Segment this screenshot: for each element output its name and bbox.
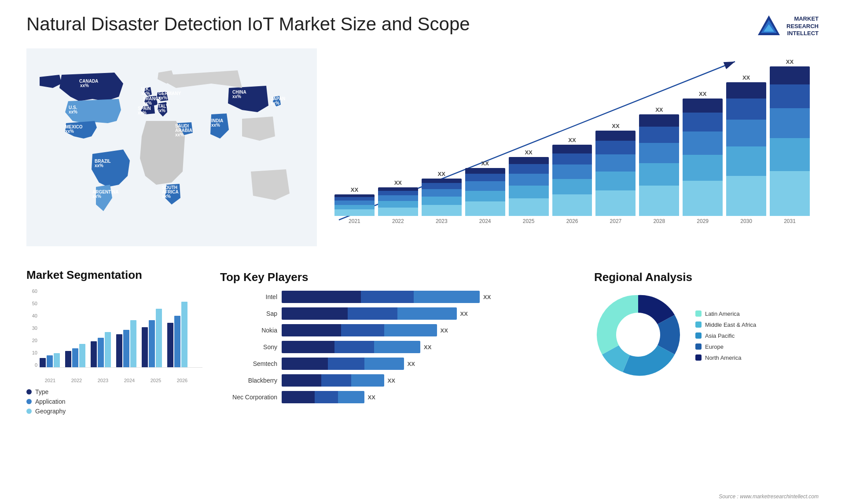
key-players-section: Top Key Players IntelXXSapXXNokiaXXSonyX…: [211, 268, 581, 417]
seg-group-2026: [167, 302, 187, 367]
logo-icon: [756, 13, 782, 40]
main-bar-group-2021: XX2021: [334, 186, 375, 224]
svg-text:xx%: xx%: [211, 123, 220, 128]
key-players-title: Top Key Players: [220, 270, 572, 284]
segmentation-section: Market Segmentation 0 10 20 30 40 50 60: [26, 268, 202, 417]
svg-text:xx%: xx%: [232, 94, 241, 99]
player-row: IntelXX: [220, 291, 572, 303]
regional-title: Regional Analysis: [594, 270, 814, 284]
page-container: Natural Disaster Detection IoT Market Si…: [0, 0, 845, 504]
main-bar-group-2023: XX2023: [422, 171, 462, 224]
svg-text:xx%: xx%: [157, 108, 165, 113]
svg-text:xx%: xx%: [138, 110, 147, 115]
main-bar-group-2026: XX2026: [552, 137, 592, 224]
svg-text:xx%: xx%: [141, 91, 150, 96]
player-row: SonyXX: [220, 341, 572, 353]
seg-group-2023: [91, 332, 111, 367]
source-text: Source : www.marketresearchintellect.com: [719, 493, 819, 500]
svg-text:xx%: xx%: [80, 83, 89, 88]
logo-area: MARKET RESEARCH INTELLECT: [756, 13, 819, 40]
header: Natural Disaster Detection IoT Market Si…: [26, 13, 819, 40]
svg-text:xx%: xx%: [95, 163, 103, 168]
svg-text:xx%: xx%: [175, 132, 184, 137]
main-bar-group-2029: XX2029: [683, 91, 723, 224]
svg-text:xx%: xx%: [69, 110, 77, 114]
regional-legend: Latin AmericaMiddle East & AfricaAsia Pa…: [695, 310, 756, 361]
player-row: SapXX: [220, 307, 572, 320]
main-bar-group-2024: XX2024: [465, 160, 505, 224]
donut-hole: [616, 313, 660, 357]
main-bar-group-2025: XX2025: [509, 149, 549, 224]
main-bar-group-2022: XX2022: [378, 179, 418, 224]
svg-text:xx%: xx%: [162, 194, 171, 199]
segmentation-legend: TypeApplicationGeography: [26, 388, 202, 415]
seg-group-2025: [142, 309, 162, 367]
svg-text:xx%: xx%: [65, 129, 74, 134]
player-row: SemtechXX: [220, 358, 572, 370]
map-section: CANADA xx% U.S. xx% MEXICO xx% BRAZIL xx…: [26, 48, 317, 259]
main-bar-chart-section: XX2021XX2022XX2023XX2024XX2025XX2026XX20…: [326, 48, 819, 259]
logo-text: MARKET RESEARCH INTELLECT: [786, 15, 819, 38]
player-row: Nec CorporationXX: [220, 391, 572, 403]
seg-group-2024: [116, 320, 136, 367]
page-title: Natural Disaster Detection IoT Market Si…: [26, 13, 470, 35]
svg-text:xx%: xx%: [143, 101, 152, 106]
player-row: BlackberryXX: [220, 374, 572, 387]
world-map-svg: CANADA xx% U.S. xx% MEXICO xx% BRAZIL xx…: [26, 48, 317, 246]
main-bar-group-2031: XX2031: [770, 58, 810, 224]
segmentation-title: Market Segmentation: [26, 268, 202, 282]
main-bar-group-2030: XX2030: [726, 74, 766, 224]
main-bar-group-2027: XX2027: [595, 123, 636, 224]
svg-text:xx%: xx%: [158, 95, 167, 100]
donut-chart: [594, 291, 682, 380]
seg-group-2021: [40, 353, 60, 367]
svg-text:xx%: xx%: [271, 101, 279, 106]
svg-text:xx%: xx%: [92, 194, 101, 199]
donut-svg: [594, 291, 682, 379]
main-bar-group-2028: XX2028: [639, 106, 679, 224]
seg-group-2022: [65, 344, 85, 367]
player-row: NokiaXX: [220, 324, 572, 336]
regional-section: Regional Analysis: [590, 268, 819, 417]
